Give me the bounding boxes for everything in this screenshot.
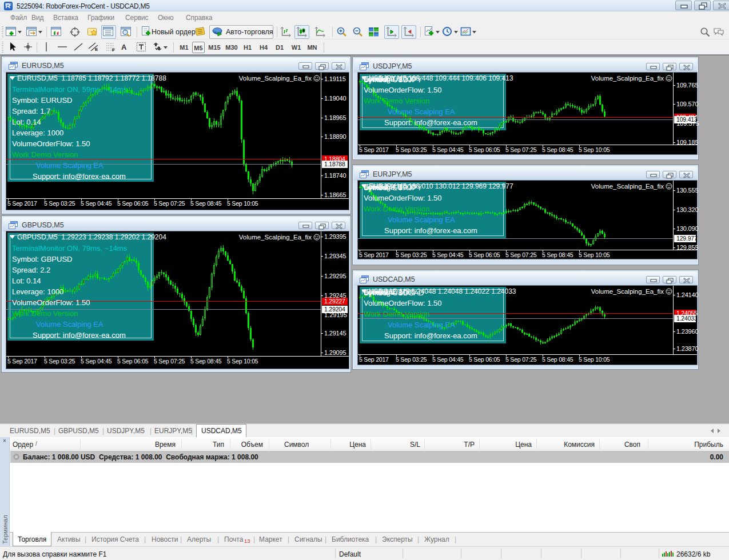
svg-text:E: E <box>95 47 98 52</box>
svg-text:F: F <box>112 47 115 52</box>
